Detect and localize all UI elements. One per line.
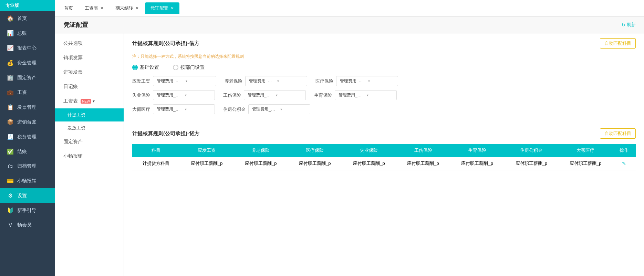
sidebar-label-general-ledger: 总账 [17,30,27,36]
sidebar-item-salary[interactable]: 💼工资 [0,85,55,100]
page-header: 凭证配置 ↻ 刷新 [55,17,644,33]
sidebar-icon-invoice: 📋 [7,104,14,110]
pension-select[interactable]: 管理费用_社会保险费 ▾ [245,76,307,86]
sidebar-icon-settle: ✅ [7,148,14,155]
sidebar-item-reports[interactable]: 📈报表中心 [0,41,55,55]
work-injury-select[interactable]: 管理费用_社会保险费 ▾ [244,90,306,100]
left-nav-label-public-options: 公共选项 [63,40,83,46]
left-nav-item-fixed-assets[interactable]: 固定资产 [55,135,124,149]
left-nav-label-input-invoice: 进项发票 [63,69,83,75]
debit-auto-match-button[interactable]: 自动匹配科目 [600,38,636,49]
sidebar-item-xiaochang[interactable]: 💳小畅报销 [0,173,55,188]
row-action[interactable]: ✎ [612,157,636,170]
tab-voucher-config[interactable]: 凭证配置✕ [145,2,179,14]
form-row-2: 失业保险 管理费用_社会保险费 ▾ 工伤保险 管理费用_社会保险费 ▾ [132,90,636,100]
tab-close-salary-table[interactable]: ✕ [100,6,104,11]
left-nav-item-input-invoice[interactable]: 进项发票 [55,65,124,79]
salary-select[interactable]: 管理费用_管理人员职工薪酬 ▾ [153,76,216,86]
col-subject: 科目 [132,144,180,157]
housing-fund-select[interactable]: 管理费用_住房公积金 ▾ [248,104,310,114]
sidebar-icon-settings: ⚙ [7,192,14,199]
salary-arrow-icon: ▾ [186,79,212,83]
sidebar-item-tax[interactable]: 🧾税务管理 [0,129,55,144]
new-badge: NEW [81,99,91,104]
left-nav-item-pay-salary[interactable]: 发放工资 [55,121,124,135]
sidebar-label-funds: 资金管理 [17,60,37,66]
major-medical-select[interactable]: 管理费用_社会保险费 ▾ [153,104,215,114]
debit-divider [132,120,636,120]
unemployment-select[interactable]: 管理费用_社会保险费 ▾ [153,90,215,100]
refresh-button[interactable]: ↻ 刷新 [622,22,636,28]
sidebar-item-fixed-assets[interactable]: 🏢固定资产 [0,70,55,85]
tab-close-period-end[interactable]: ✕ [135,6,139,11]
col-unemployment: 失业保险 [342,144,396,157]
sidebar-item-invoice[interactable]: 📋发票管理 [0,100,55,115]
row-medical: 应付职工薪酬_p [288,157,342,170]
medical-label: 医疗保险 [315,78,333,84]
major-medical-arrow-icon: ▾ [185,107,211,111]
sidebar-icon-funds: 💰 [7,60,14,66]
maternity-select[interactable]: 管理费用_社会保险费 ▾ [335,90,397,100]
sidebar-label-guide: 新手引导 [17,208,37,214]
sidebar-item-home[interactable]: 🏠首页 [0,11,55,26]
row-work-injury: 应付职工薪酬_p [396,157,450,170]
radio-dept-circle [173,65,178,70]
left-nav-item-journal[interactable]: 日记账 [55,79,124,94]
tab-label-salary-table: 工资表 [85,5,98,11]
radio-department[interactable]: 按部门设置 [173,64,205,71]
left-nav-item-cancel-invoice[interactable]: 销项发票 [55,51,124,65]
sidebar-item-settle[interactable]: ✅结账 [0,144,55,159]
sidebar-item-funds[interactable]: 💰资金管理 [0,55,55,70]
row-maternity: 应付职工薪酬_p [450,157,504,170]
left-nav-label-cancel-invoice: 销项发票 [63,55,83,61]
row-salary: 应付职工薪酬_p [180,157,234,170]
sidebar-icon-purchase-sales: 📦 [7,119,14,125]
debit-section: 计提核算规则(公司承担)-借方 自动匹配科目 注：只能选择一种方式，系统将按照您… [132,40,636,120]
sidebar-label-settle: 结账 [17,149,27,155]
edit-icon[interactable]: ✎ [622,161,626,166]
tab-bar: 首页工资表✕期末结转✕凭证配置✕ [55,0,644,17]
credit-auto-match-button[interactable]: 自动匹配科目 [600,128,636,139]
major-medical-value: 管理费用_社会保险费 [157,106,183,112]
credit-section-title: 计提核算规则(公司承担)-贷方 [132,130,199,137]
nav-arrow-icon: ▾ [93,99,95,104]
left-nav-label-fixed-assets: 固定资产 [63,139,83,145]
medical-select[interactable]: 管理费用_社会保险费 ▾ [336,76,398,86]
left-nav-item-salary-table[interactable]: 工资表 NEW ▾ [55,94,124,108]
sidebar-icon-reports: 📈 [7,45,14,51]
tab-period-end[interactable]: 期末结转✕ [110,2,144,14]
sidebar-item-guide[interactable]: 🔰新手引导 [0,203,55,218]
page-title: 凭证配置 [63,21,88,29]
left-nav-item-calc-salary[interactable]: 计提工资 [55,108,124,121]
credit-table-header-row: 科目 应发工资 养老保险 医疗保险 失业保险 工伤保险 生育保险 住房公积金 大… [132,144,636,157]
radio-basic[interactable]: 基础设置 [132,64,159,71]
housing-fund-label: 住房公积金 [223,106,246,113]
tab-home[interactable]: 首页 [59,2,79,14]
sidebar-item-purchase-sales[interactable]: 📦进销台账 [0,115,55,129]
radio-basic-label: 基础设置 [140,64,159,71]
left-nav-item-xiaochang-expense[interactable]: 小畅报销 [55,149,124,163]
sidebar-item-archive[interactable]: 🗂归档管理 [0,159,55,173]
sidebar-label-fixed-assets: 固定资产 [17,75,37,81]
left-nav-item-public-options[interactable]: 公共选项 [55,36,124,51]
sidebar-item-general-ledger[interactable]: 📊总账 [0,26,55,41]
form-row-3: 大额医疗 管理费用_社会保险费 ▾ 住房公积金 管理费用_住房公积金 ▾ [132,104,636,114]
left-nav-label-xiaochang-expense: 小畅报销 [63,153,83,159]
sidebar: 专业版 🏠首页📊总账📈报表中心💰资金管理🏢固定资产💼工资📋发票管理📦进销台账🧾税… [0,0,55,276]
sidebar-label-reports: 报表中心 [17,45,37,51]
sidebar-icon-fixed-assets: 🏢 [7,74,14,81]
content-area: 计提核算规则(公司承担)-借方 自动匹配科目 注：只能选择一种方式，系统将按照您… [124,33,644,276]
sidebar-item-member[interactable]: V畅会员 [0,218,55,232]
tab-salary-table[interactable]: 工资表✕ [79,2,109,14]
work-injury-value: 管理费用_社会保险费 [248,92,274,98]
row-pension: 应付职工薪酬_p [234,157,288,170]
sidebar-icon-home: 🏠 [7,15,14,22]
credit-section-header: 计提核算规则(公司承担)-贷方 自动匹配科目 [132,130,636,140]
tab-close-voucher-config[interactable]: ✕ [170,6,174,11]
main-area: 首页工资表✕期末结转✕凭证配置✕ 凭证配置 ↻ 刷新 公共选项销项发票进项发票日… [55,0,644,276]
sidebar-item-settings[interactable]: ⚙设置 [0,188,55,203]
sidebar-icon-tax: 🧾 [7,134,14,140]
housing-fund-arrow-icon: ▾ [280,107,307,111]
work-injury-label: 工伤保险 [223,92,241,98]
field-salary: 应发工资 管理费用_管理人员职工薪酬 ▾ [132,76,216,86]
